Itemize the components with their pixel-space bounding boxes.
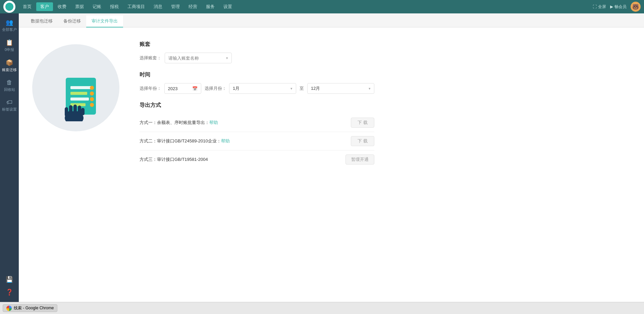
taskbar-item-label: 线索 - Google Chrome bbox=[14, 305, 54, 311]
nav-item-management[interactable]: 管理 bbox=[167, 2, 184, 11]
video-icon: ▶ bbox=[610, 4, 613, 9]
method3-label: 方式三：审计接口GB/T19581-2004 bbox=[140, 156, 208, 163]
svg-rect-12 bbox=[69, 105, 72, 115]
sidebar-item-label: 全部客户 bbox=[2, 27, 17, 32]
nav-item-billing[interactable]: 收费 bbox=[54, 2, 70, 11]
export-method-2: 方式二：审计接口GB/T24589-2010企业：帮助 下 载 bbox=[140, 132, 374, 150]
sidebar-item-label: 标签设置 bbox=[2, 107, 17, 112]
month-end-value: 12月 bbox=[311, 85, 320, 91]
svg-point-7 bbox=[90, 97, 94, 101]
sidebar-item-label: 0申报 bbox=[5, 47, 14, 52]
nav-item-home[interactable]: 首页 bbox=[19, 2, 36, 11]
account-select[interactable]: ▾ bbox=[165, 53, 232, 63]
month-start-value: 1月 bbox=[233, 85, 239, 91]
month-start-select[interactable]: 1月 ▾ bbox=[229, 83, 296, 94]
illustration-side bbox=[32, 38, 119, 292]
account-label: 选择账套： bbox=[140, 55, 161, 61]
method1-label: 方式一：余额表、序时账批量导出：帮助 bbox=[140, 120, 218, 126]
svg-rect-1 bbox=[70, 86, 91, 89]
nav-item-tax[interactable]: 报税 bbox=[106, 2, 123, 11]
svg-rect-11 bbox=[65, 107, 68, 117]
export-section-title: 导出方式 bbox=[140, 102, 374, 109]
svg-rect-4 bbox=[70, 103, 86, 106]
method2-label: 方式二：审计接口GB/T24589-2010企业：帮助 bbox=[140, 138, 230, 144]
sidebar-item-label: 回收站 bbox=[4, 87, 15, 92]
account-input[interactable] bbox=[168, 56, 226, 61]
illustration-svg bbox=[46, 54, 106, 121]
nav-item-business[interactable]: 工商项目 bbox=[123, 2, 149, 11]
tab-audit-export[interactable]: 审计文件导出 bbox=[86, 15, 123, 27]
year-value: 2023 bbox=[168, 86, 178, 91]
separator: 至 bbox=[300, 85, 304, 91]
chevron-down-icon: ▾ bbox=[226, 56, 228, 60]
chevron-down-icon-2: ▾ bbox=[290, 86, 292, 91]
method2-help-link[interactable]: 帮助 bbox=[221, 138, 230, 143]
export-method-1: 方式一：余额表、序时账批量导出：帮助 下 载 bbox=[140, 114, 374, 132]
account-section-title: 账套 bbox=[140, 41, 374, 48]
tab-backup-migration[interactable]: 备份迁移 bbox=[58, 15, 86, 27]
app-logo bbox=[3, 1, 15, 13]
taskbar: 线索 - Google Chrome bbox=[0, 302, 644, 314]
method2-download-btn[interactable]: 下 载 bbox=[351, 136, 374, 146]
sidebar-item-download[interactable]: 💾 bbox=[1, 273, 18, 286]
all-customers-icon: 👥 bbox=[6, 19, 13, 26]
svg-point-6 bbox=[90, 91, 94, 96]
recycle-icon: 🗑 bbox=[6, 79, 12, 86]
chevron-down-icon-3: ▾ bbox=[369, 86, 371, 91]
fullscreen-btn[interactable]: ⛶ 全屏 bbox=[593, 4, 606, 10]
download-icon: 💾 bbox=[6, 276, 13, 283]
top-nav-right: ⛶ 全屏 ▶ 畅会员 🐻 bbox=[593, 2, 641, 12]
time-form-row: 选择年份： 2023 📅 选择月份： 1月 ▾ 至 12月 ▾ bbox=[140, 83, 374, 94]
nav-item-settings[interactable]: 设置 bbox=[219, 2, 236, 11]
main-layout: 👥全部客户📋0申报📦账套迁移🗑回收站🏷标签设置💾❓ 数据包迁移备份迁移审计文件导… bbox=[0, 13, 644, 302]
sidebar-item-zero-declaration[interactable]: 📋0申报 bbox=[1, 36, 18, 55]
sidebar: 👥全部客户📋0申报📦账套迁移🗑回收站🏷标签设置💾❓ bbox=[0, 13, 19, 302]
nav-items: 首页客户收费票据记账报税工商项目消息管理经营服务设置 bbox=[19, 2, 593, 11]
nav-item-invoices[interactable]: 票据 bbox=[71, 2, 88, 11]
nav-item-operations[interactable]: 经营 bbox=[184, 2, 201, 11]
account-form-row: 选择账套： ▾ bbox=[140, 53, 374, 63]
year-input-wrap[interactable]: 2023 📅 bbox=[164, 83, 201, 94]
sidebar-item-label: 账套迁移 bbox=[2, 67, 17, 72]
account-migration-icon: 📦 bbox=[6, 59, 13, 66]
nav-item-messages[interactable]: 消息 bbox=[150, 2, 166, 11]
fullscreen-icon: ⛶ bbox=[593, 4, 597, 9]
top-nav: 首页客户收费票据记账报税工商项目消息管理经营服务设置 ⛶ 全屏 ▶ 畅会员 🐻 bbox=[0, 0, 644, 13]
sidebar-item-tag-settings[interactable]: 🏷标签设置 bbox=[1, 96, 18, 115]
chrome-icon bbox=[6, 306, 12, 311]
export-method-3: 方式三：审计接口GB/T19581-2004 暂缓开通 bbox=[140, 150, 374, 169]
taskbar-chrome-item[interactable]: 线索 - Google Chrome bbox=[3, 304, 57, 312]
content-area: 数据包迁移备份迁移审计文件导出 bbox=[19, 13, 644, 302]
sidebar-item-recycle[interactable]: 🗑回收站 bbox=[1, 76, 18, 95]
tabs-bar: 数据包迁移备份迁移审计文件导出 bbox=[19, 13, 644, 27]
svg-rect-14 bbox=[78, 106, 81, 114]
sidebar-item-all-customers[interactable]: 👥全部客户 bbox=[1, 16, 18, 35]
illustration-circle bbox=[32, 44, 119, 131]
month-end-select[interactable]: 12月 ▾ bbox=[307, 83, 374, 94]
user-avatar[interactable]: 🐻 bbox=[631, 2, 641, 12]
svg-rect-2 bbox=[70, 92, 87, 95]
sidebar-bottom: 💾❓ bbox=[1, 273, 18, 299]
svg-point-5 bbox=[90, 86, 94, 90]
method1-download-btn[interactable]: 下 载 bbox=[351, 118, 374, 128]
time-section-title: 时间 bbox=[140, 71, 374, 78]
zero-declaration-icon: 📋 bbox=[6, 39, 13, 46]
page-content: 账套 选择账套： ▾ 时间 选择年份： 2023 📅 选择月份 bbox=[19, 27, 644, 302]
nav-item-services[interactable]: 服务 bbox=[202, 2, 219, 11]
method3-coming-soon-btn[interactable]: 暂缓开通 bbox=[345, 154, 374, 165]
svg-rect-15 bbox=[81, 108, 85, 115]
help-icon: ❓ bbox=[6, 289, 13, 296]
method1-help-link[interactable]: 帮助 bbox=[209, 120, 218, 125]
tab-data-migration[interactable]: 数据包迁移 bbox=[25, 15, 58, 27]
nav-item-customers[interactable]: 客户 bbox=[36, 2, 53, 11]
svg-rect-13 bbox=[73, 105, 77, 114]
svg-point-8 bbox=[90, 103, 94, 107]
sidebar-item-account-migration[interactable]: 📦账套迁移 bbox=[1, 56, 18, 75]
month-label: 选择月份： bbox=[205, 85, 226, 91]
tag-settings-icon: 🏷 bbox=[6, 99, 12, 106]
nav-item-bookkeeping[interactable]: 记账 bbox=[89, 2, 105, 11]
year-label: 选择年份： bbox=[140, 85, 161, 91]
sidebar-item-help[interactable]: ❓ bbox=[1, 286, 18, 299]
form-side: 账套 选择账套： ▾ 时间 选择年份： 2023 📅 选择月份 bbox=[140, 38, 374, 292]
member-btn[interactable]: ▶ 畅会员 bbox=[610, 4, 627, 10]
